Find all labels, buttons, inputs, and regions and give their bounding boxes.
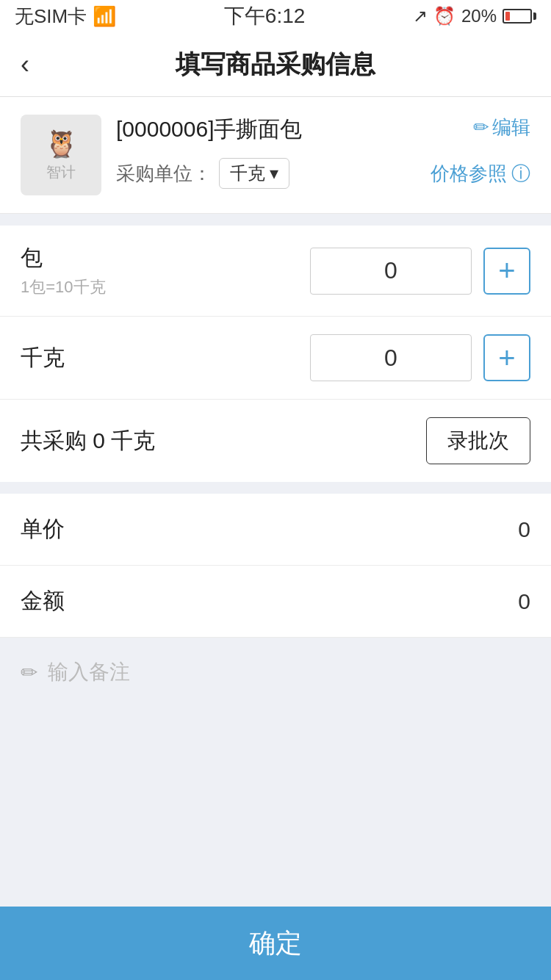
kg-plus-button[interactable]: + <box>483 334 530 381</box>
amount-value: 0 <box>518 589 530 614</box>
bag-input-group: 0 + <box>109 248 530 295</box>
kg-label-group: 千克 <box>21 343 109 373</box>
bag-label-group: 包 1包=10千克 <box>21 243 109 298</box>
unit-price-label: 单价 <box>21 514 65 544</box>
alarm-icon: ⏰ <box>433 6 455 26</box>
amount-label: 金额 <box>21 586 65 616</box>
section-divider-1 <box>0 214 551 226</box>
bag-plus-button[interactable]: + <box>483 248 530 295</box>
product-name: [0000006]手撕面包 <box>116 115 473 145</box>
price-reference-button[interactable]: 价格参照 ⓘ <box>431 161 530 187</box>
kg-input-group: 0 + <box>109 334 530 381</box>
location-icon: ↗ <box>413 6 428 26</box>
amount-row: 金额 0 <box>0 566 551 638</box>
back-button[interactable]: ‹ <box>21 49 29 80</box>
product-thumbnail: 🦉 智计 <box>21 115 101 195</box>
product-info: [0000006]手撕面包 ✏ 编辑 采购单位： 千克 ▾ 价格参照 ⓘ <box>116 115 530 189</box>
kg-label: 千克 <box>21 343 109 373</box>
summary-text: 共采购 0 千克 <box>21 426 155 456</box>
bag-sublabel: 1包=10千克 <box>21 276 109 298</box>
nav-bar: ‹ 填写商品采购信息 <box>0 32 551 97</box>
wifi-icon: 📶 <box>93 5 116 28</box>
bag-input[interactable]: 0 <box>310 248 472 295</box>
battery-percent: 20% <box>461 6 497 26</box>
purchase-unit-label: 采购单位： 千克 ▾ <box>116 158 289 189</box>
help-icon: ⓘ <box>511 161 530 187</box>
kg-row: 千克 0 + <box>0 317 551 400</box>
product-owl-icon: 🦉 <box>45 129 78 159</box>
form-section: 包 1包=10千克 0 + 千克 0 + <box>0 226 551 400</box>
product-thumb-text: 智计 <box>46 162 76 182</box>
status-right: ↗ ⏰ 20% <box>413 6 536 26</box>
product-header: [0000006]手撕面包 ✏ 编辑 <box>116 115 530 145</box>
record-batch-button[interactable]: 录批次 <box>426 417 530 464</box>
bag-label: 包 <box>21 243 109 273</box>
unit-select[interactable]: 千克 ▾ <box>219 158 289 189</box>
price-section: 单价 0 金额 0 <box>0 494 551 638</box>
edit-label: 编辑 <box>492 115 530 140</box>
unit-price-value: 0 <box>518 517 530 542</box>
unit-price-row: 单价 0 <box>0 494 551 566</box>
carrier-label: 无SIM卡 <box>15 4 87 29</box>
note-placeholder: 输入备注 <box>48 658 130 686</box>
bag-row: 包 1包=10千克 0 + <box>0 226 551 317</box>
chevron-down-icon: ▾ <box>270 163 278 184</box>
confirm-button[interactable]: 确定 <box>0 907 551 980</box>
pencil-icon: ✏ <box>21 660 37 685</box>
edit-button[interactable]: ✏ 编辑 <box>473 115 530 140</box>
summary-row: 共采购 0 千克 录批次 <box>0 400 551 482</box>
kg-input[interactable]: 0 <box>310 334 472 381</box>
page-title: 填写商品采购信息 <box>176 48 375 82</box>
note-section[interactable]: ✏ 输入备注 <box>0 638 551 707</box>
battery-icon <box>503 9 536 24</box>
status-left: 无SIM卡 📶 <box>15 4 116 29</box>
status-bar: 无SIM卡 📶 下午6:12 ↗ ⏰ 20% <box>0 0 551 32</box>
main-content <box>0 707 551 927</box>
edit-icon: ✏ <box>473 116 489 139</box>
status-time: 下午6:12 <box>224 2 306 30</box>
section-divider-2 <box>0 482 551 494</box>
product-card: 🦉 智计 [0000006]手撕面包 ✏ 编辑 采购单位： 千克 ▾ 价格参照 … <box>0 97 551 214</box>
purchase-unit-row: 采购单位： 千克 ▾ 价格参照 ⓘ <box>116 158 530 189</box>
